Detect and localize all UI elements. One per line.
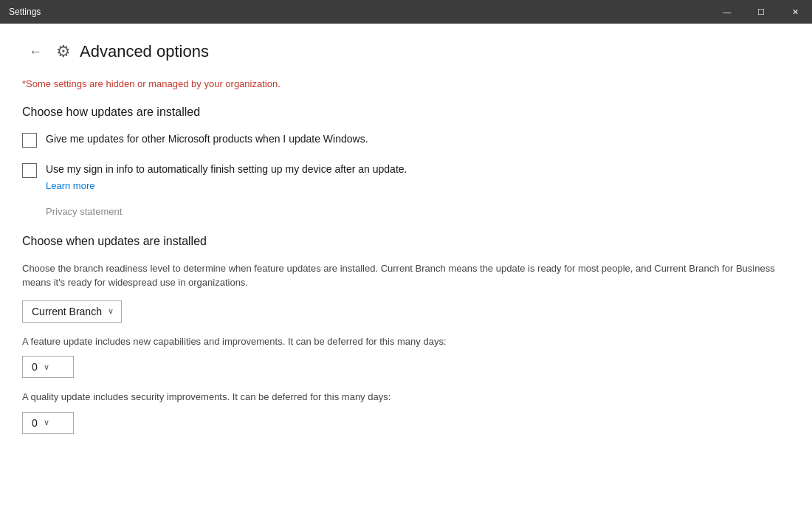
checkbox2[interactable] <box>22 163 37 178</box>
back-button[interactable]: ← <box>22 38 49 65</box>
checkbox1-label: Give me updates for other Microsoft prod… <box>46 132 368 147</box>
titlebar-controls: — ☐ ✕ <box>710 0 812 24</box>
content-area: ← ⚙ Advanced options *Some settings are … <box>0 24 812 516</box>
privacy-statement-link[interactable]: Privacy statement <box>46 206 790 217</box>
checkbox2-row: Use my sign in info to automatically fin… <box>22 162 790 191</box>
checkbox1[interactable] <box>22 133 37 148</box>
learn-more-link[interactable]: Learn more <box>46 180 407 191</box>
branch-dropdown-value: Current Branch <box>32 306 102 317</box>
maximize-button[interactable]: ☐ <box>744 0 778 24</box>
checkbox1-wrapper[interactable] <box>22 133 37 148</box>
section2-title: Choose when updates are installed <box>22 235 790 248</box>
checkbox2-label: Use my sign in info to automatically fin… <box>46 163 407 175</box>
org-notice: *Some settings are hidden or managed by … <box>22 78 790 89</box>
quality-defer-value: 0 <box>32 417 38 429</box>
checkbox2-wrapper[interactable] <box>22 163 37 178</box>
feature-defer-dropdown[interactable]: 0 ∨ <box>22 356 74 378</box>
section2-description: Choose the branch readiness level to det… <box>22 261 790 290</box>
titlebar-title: Settings <box>9 7 41 17</box>
titlebar: Settings — ☐ ✕ <box>0 0 812 24</box>
quality-defer-dropdown[interactable]: 0 ∨ <box>22 412 74 434</box>
gear-icon: ⚙ <box>56 42 71 61</box>
branch-dropdown-chevron-icon: ∨ <box>108 306 114 316</box>
page-header: ← ⚙ Advanced options <box>22 38 790 65</box>
feature-defer-value: 0 <box>32 361 38 373</box>
close-button[interactable]: ✕ <box>778 0 812 24</box>
quality-defer-chevron-icon: ∨ <box>44 418 49 427</box>
branch-dropdown[interactable]: Current Branch ∨ <box>22 300 122 323</box>
feature-defer-chevron-icon: ∨ <box>44 362 49 372</box>
checkbox2-content: Use my sign in info to automatically fin… <box>46 162 407 191</box>
minimize-button[interactable]: — <box>710 0 744 24</box>
page-title: Advanced options <box>80 42 209 61</box>
settings-window: Settings — ☐ ✕ ← ⚙ Advanced options *Som… <box>0 0 812 516</box>
feature-update-description: A feature update includes new capabiliti… <box>22 334 790 349</box>
back-icon: ← <box>29 44 42 60</box>
main-content: ← ⚙ Advanced options *Some settings are … <box>0 24 812 516</box>
section1-title: Choose how updates are installed <box>22 106 790 119</box>
checkbox1-row: Give me updates for other Microsoft prod… <box>22 132 790 148</box>
quality-update-description: A quality update includes security impro… <box>22 390 790 405</box>
